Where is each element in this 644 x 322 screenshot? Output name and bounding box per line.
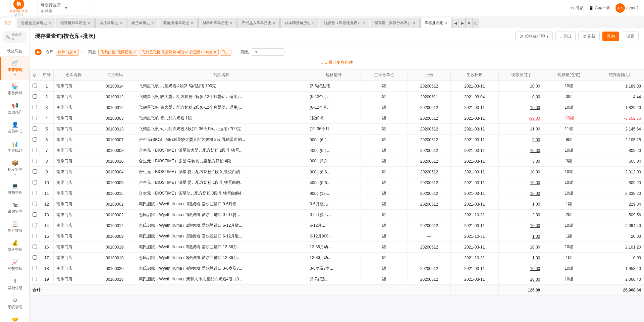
sidebar-search-box[interactable]: 🔍 搜索菜单 [3, 31, 26, 43]
row-qty-main[interactable]: 10.00 [498, 177, 543, 188]
tab-close-qitachuku[interactable]: ✕ [191, 21, 193, 25]
tab-qitachuku[interactable]: 其他出库单历史 ✕ [159, 18, 198, 28]
tab-close-fenpan[interactable]: ✕ [48, 21, 51, 25]
sidebar-item-retail[interactable]: 🛒 零售管理 ▼ [0, 57, 29, 80]
row-qty-main[interactable]: 0.00 [498, 92, 543, 102]
tab-nav-prev[interactable]: ◀ [452, 18, 459, 28]
filter-expand-btn[interactable]: ▶ [35, 49, 42, 55]
row-checkbox[interactable] [30, 156, 40, 167]
sidebar-item-wholesale[interactable]: 📦 批发管理 ▼ [0, 156, 29, 179]
row-checkbox[interactable] [30, 242, 40, 253]
tab-close-yaohuo[interactable]: ✕ [151, 21, 154, 25]
settings-icon[interactable]: ⚙ [33, 72, 37, 78]
sidebar-search[interactable]: 🔍 搜索菜单 [0, 28, 29, 46]
row-checkbox[interactable] [30, 263, 40, 274]
row-qty-main[interactable]: 1.00 [498, 253, 543, 263]
row-qty-main[interactable]: -39.00 [498, 113, 543, 124]
row-checkbox[interactable] [30, 188, 40, 199]
export-button[interactable]: ↓ 导出 [555, 32, 576, 41]
tab-cailiaochu[interactable]: 材料出库单历史 ✕ [198, 18, 237, 28]
tab-chanchenru[interactable]: 产成品入库单历史 ✕ [237, 18, 280, 28]
row-checkbox[interactable] [30, 145, 40, 156]
sidebar-item-basic[interactable]: ℹ 基础信息 [0, 275, 29, 294]
sidebar-item-finance[interactable]: 💰 资金管理 [0, 236, 29, 256]
row-checkbox[interactable] [30, 135, 40, 145]
tab-zuzhang[interactable]: 组装拆卸单历史 ✕ [56, 18, 95, 28]
tab-close-xiancunzhuangkuang[interactable]: ✕ [362, 21, 365, 25]
row-checkbox[interactable] [30, 210, 40, 220]
tab-fenpan[interactable]: 分盘盘点单历史 ✕ [17, 18, 55, 28]
tab-nav-close[interactable]: ✕ [466, 18, 472, 28]
sidebar-item-collab[interactable]: 🤝 企业协同 [0, 313, 29, 322]
tab-kucunpici[interactable]: 库存批次账 ✕ [420, 18, 451, 28]
row-checkbox[interactable] [30, 253, 40, 263]
message-button[interactable]: ✉ 消息 [571, 5, 583, 11]
expand-more-button[interactable]: ⌄⌄ 展开更多条件 [321, 60, 353, 65]
row-checkbox[interactable] [30, 81, 40, 92]
row-checkbox[interactable] [30, 102, 40, 113]
row-qty-main[interactable]: 9.00 [498, 135, 543, 145]
row-checkbox[interactable] [30, 231, 40, 242]
tab-close-chengbentiao[interactable]: ✕ [312, 21, 315, 25]
settings-button[interactable]: 设置 [622, 32, 639, 41]
sidebar-item-operation[interactable]: 📈 经营管理 [0, 256, 29, 275]
row-qty-main[interactable]: 10.00 [498, 188, 543, 199]
row-checkbox[interactable] [30, 167, 40, 177]
tab-xiancunzhuangkuang[interactable]: 现存量（库存状况表） ✕ [320, 18, 369, 28]
sidebar-item-purchase[interactable]: 🛍 采购管理 [0, 199, 29, 217]
tab-home[interactable]: 首页 [0, 18, 16, 28]
sidebar-item-member[interactable]: 👤 会员中心 [0, 118, 29, 137]
tab-diaopo[interactable]: 调拨单历史 ✕ [95, 18, 126, 28]
product-tag-1-close[interactable]: ✕ [133, 50, 136, 54]
row-qty-main[interactable]: 10.00 [498, 81, 543, 92]
row-qty-main[interactable]: 10.00 [498, 220, 543, 231]
sidebar-item-system[interactable]: ⚙ 系统管理 [0, 294, 29, 313]
row-checkbox[interactable] [30, 274, 40, 285]
refresh-button[interactable]: ↺ 刷新 [578, 32, 600, 41]
row-qty-main[interactable]: 1.00 [498, 199, 543, 210]
tab-close-chanchenru[interactable]: ✕ [273, 21, 275, 25]
product-tag-2-close[interactable]: ✕ [214, 50, 216, 54]
product-more[interactable]: ··· [233, 50, 237, 54]
tab-close-cailiaochu[interactable]: ✕ [230, 21, 232, 25]
nav-selector[interactable]: 母婴行业演示账套 ▾ [38, 1, 91, 15]
warehouse-more[interactable]: ··· [81, 50, 84, 54]
sidebar-item-inventory[interactable]: 📋 库存核算 [0, 217, 29, 236]
tab-xiancunfenbu[interactable]: 现存量（库存分布表） ✕ [370, 18, 420, 28]
row-checkbox[interactable] [30, 124, 40, 135]
tab-nav-expand[interactable]: □ [472, 18, 479, 28]
row-qty-main[interactable]: 10.00 [498, 263, 543, 274]
row-qty-main[interactable]: 2.00 [498, 210, 543, 220]
row-qty-main[interactable]: 10.00 [498, 167, 543, 177]
color-input[interactable]: ▾ [251, 48, 284, 56]
row-checkbox[interactable] [30, 113, 40, 124]
query-button[interactable]: 查询 [602, 32, 619, 41]
sidebar-item-retailshop[interactable]: 🏪 零售商城 [0, 80, 29, 99]
app-download-button[interactable]: 📱 App下载 [589, 5, 610, 11]
row-checkbox[interactable] [30, 220, 40, 231]
sidebar-item-ecommerce[interactable]: 💻 电商管理 [0, 179, 29, 199]
col-settings[interactable]: ⚙ [30, 69, 40, 81]
row-qty-main[interactable]: 10.00 [498, 274, 543, 285]
tab-close-diaopo[interactable]: ✕ [119, 21, 122, 25]
sidebar-item-retailstat[interactable]: 📊 零售统计 [0, 137, 29, 156]
tab-close-xiancunfenbu[interactable]: ✕ [413, 21, 415, 25]
user-menu[interactable]: Ea demo2 [615, 3, 639, 13]
row-qty-main[interactable]: 11.00 [498, 124, 543, 135]
sidebar-item-marketing[interactable]: 📢 营销推广 [0, 99, 29, 118]
row-checkbox[interactable] [30, 92, 40, 102]
tab-close-kucunpici[interactable]: ✕ [444, 21, 447, 25]
row-qty-main[interactable]: 10.00 [498, 242, 543, 253]
row-qty-main[interactable]: 3.00 [498, 156, 543, 167]
row-qty-main[interactable]: 10.00 [498, 145, 543, 156]
print-template-button[interactable]: 🖨 按模板打印 ▾ [515, 32, 553, 41]
row-checkbox[interactable] [30, 199, 40, 210]
tab-chengbentiao[interactable]: 成本调整单历史 ✕ [280, 18, 319, 28]
row-checkbox[interactable] [30, 177, 40, 188]
tab-yaohuo[interactable]: 要货单历史 ✕ [127, 18, 158, 28]
tab-nav-next[interactable]: ▶ [459, 18, 466, 28]
row-qty-main[interactable]: 10.00 [498, 102, 543, 113]
tab-close-zuzhang[interactable]: ✕ [88, 21, 90, 25]
warehouse-tag-close[interactable]: ✕ [74, 50, 76, 54]
row-qty-main[interactable]: 1.00 [498, 231, 543, 242]
